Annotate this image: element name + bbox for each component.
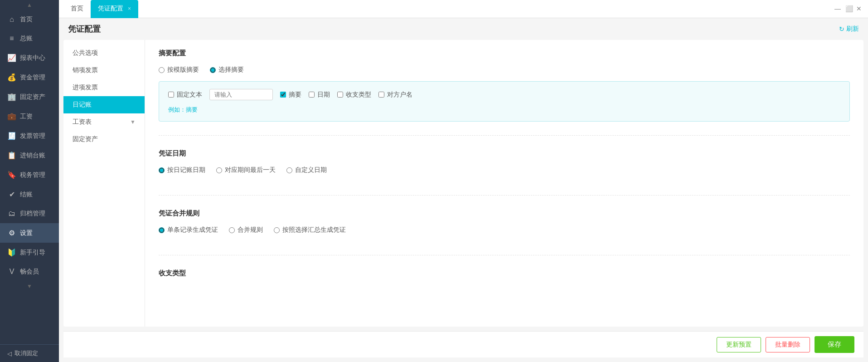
fixed-text-checkbox[interactable] bbox=[168, 92, 174, 98]
home-icon: ⌂ bbox=[7, 15, 16, 24]
sidebar-item-tax[interactable]: 🔖 税务管理 bbox=[0, 165, 59, 185]
left-nav-fixed-assets[interactable]: 固定资产 bbox=[63, 131, 145, 148]
sidebar-scroll-down[interactable]: ▼ bbox=[0, 281, 59, 291]
merge-option2-radio[interactable] bbox=[229, 227, 235, 233]
page-title: 凭证配置 bbox=[68, 24, 101, 34]
pin-icon: ◁ bbox=[7, 350, 12, 357]
tab-home[interactable]: 首页 bbox=[63, 0, 91, 18]
date-option1-label[interactable]: 按日记账日期 bbox=[159, 166, 205, 174]
sidebar-item-archive[interactable]: 🗂 归档管理 bbox=[0, 204, 59, 223]
batch-delete-button[interactable]: 批量删除 bbox=[766, 337, 810, 352]
left-nav-payroll[interactable]: 工资表 ▼ bbox=[63, 113, 145, 131]
date-option1-radio[interactable] bbox=[159, 167, 165, 173]
sidebar-item-funds[interactable]: 💰 资金管理 bbox=[0, 68, 59, 87]
left-nav-public[interactable]: 公共选项 bbox=[63, 44, 145, 62]
date-checkbox-label[interactable]: 日期 bbox=[309, 91, 330, 99]
content-area: 公共选项 销项发票 进项发票 日记账 工资表 ▼ 固定资产 摘要配置 bbox=[63, 40, 863, 327]
archive-icon: 🗂 bbox=[7, 210, 16, 218]
sidebar-item-label: 资金管理 bbox=[20, 73, 45, 82]
sidebar-item-label: 报表中心 bbox=[20, 54, 45, 62]
sidebar-item-label: 总账 bbox=[20, 34, 33, 43]
income-type-checkbox[interactable] bbox=[337, 92, 343, 98]
funds-icon: 💰 bbox=[7, 73, 16, 82]
date-option3-radio[interactable] bbox=[286, 167, 292, 173]
left-nav: 公共选项 销项发票 进项发票 日记账 工资表 ▼ 固定资产 bbox=[63, 40, 145, 327]
refresh-button[interactable]: ↻ 刷新 bbox=[839, 25, 859, 33]
date-option2-text: 对应期间最后一天 bbox=[225, 166, 276, 174]
merge-option1-label[interactable]: 单条记录生成凭证 bbox=[159, 226, 218, 234]
minimize-icon[interactable]: — bbox=[834, 5, 842, 13]
save-button[interactable]: 保存 bbox=[815, 336, 854, 353]
ledger-icon: ≡ bbox=[7, 34, 16, 43]
merge-option2-text: 合并规则 bbox=[238, 226, 263, 234]
summary-box: 固定文本 摘要 日期 收支类型 bbox=[159, 81, 850, 122]
merge-option1-radio[interactable] bbox=[159, 227, 165, 233]
sidebar-item-label: 进销台账 bbox=[20, 152, 45, 160]
date-checkbox[interactable] bbox=[309, 92, 315, 98]
merge-option3-label[interactable]: 按照选择汇总生成凭证 bbox=[274, 226, 346, 234]
sidebar-item-settings[interactable]: ⚙ 设置 bbox=[0, 223, 59, 243]
counterparty-checkbox-label[interactable]: 对方户名 bbox=[378, 91, 412, 99]
date-option2-label[interactable]: 对应期间最后一天 bbox=[216, 166, 276, 174]
sidebar-item-ledger[interactable]: ≡ 总账 bbox=[0, 29, 59, 48]
sidebar-item-guide[interactable]: 🔰 新手引导 bbox=[0, 243, 59, 262]
merge-option3-radio[interactable] bbox=[274, 227, 280, 233]
unpin-button[interactable]: ◁ 取消固定 bbox=[0, 344, 59, 362]
tab-close-icon[interactable]: × bbox=[128, 5, 131, 12]
sidebar-item-vip[interactable]: V 畅会员 bbox=[0, 262, 59, 281]
counterparty-checkbox[interactable] bbox=[378, 92, 384, 98]
summary-config-section: 摘要配置 按模版摘要 选择摘要 固定文本 bbox=[159, 49, 850, 136]
sidebar-scroll-up[interactable]: ▲ bbox=[0, 0, 59, 10]
guide-icon: 🔰 bbox=[7, 248, 16, 257]
left-nav-public-label: 公共选项 bbox=[73, 49, 98, 57]
left-nav-payroll-label: 工资表 bbox=[73, 118, 92, 126]
summary-checkbox[interactable] bbox=[280, 92, 286, 98]
reports-icon: 📈 bbox=[7, 54, 16, 62]
sidebar-item-salary[interactable]: 💼 工资 bbox=[0, 107, 59, 126]
date-option3-text: 自定义日期 bbox=[295, 166, 327, 174]
refresh-icon: ↻ bbox=[839, 25, 844, 33]
summary-option1-radio[interactable] bbox=[159, 67, 165, 73]
sidebar: ▲ ⌂ 首页 ≡ 总账 📈 报表中心 💰 资金管理 🏢 固定资产 💼 工资 🧾 … bbox=[0, 0, 59, 362]
sidebar-item-label: 畅会员 bbox=[20, 268, 39, 276]
vip-icon: V bbox=[7, 268, 16, 276]
merge-rules-options: 单条记录生成凭证 合并规则 按照选择汇总生成凭证 bbox=[159, 226, 850, 234]
settings-icon: ⚙ bbox=[7, 229, 16, 237]
summary-option2-radio[interactable] bbox=[210, 67, 216, 73]
sidebar-item-checkout[interactable]: ✔ 结账 bbox=[0, 185, 59, 204]
tab-home-label: 首页 bbox=[71, 5, 83, 13]
sidebar-item-assets[interactable]: 🏢 固定资产 bbox=[0, 87, 59, 107]
summary-text-input[interactable] bbox=[209, 89, 273, 100]
merge-option2-label[interactable]: 合并规则 bbox=[229, 226, 263, 234]
unpin-label: 取消固定 bbox=[15, 349, 38, 357]
update-preview-button[interactable]: 更新预置 bbox=[717, 337, 761, 352]
summary-option2-text: 选择摘要 bbox=[218, 66, 244, 74]
left-nav-purchase-invoice[interactable]: 进项发票 bbox=[63, 79, 145, 96]
summary-option2-label[interactable]: 选择摘要 bbox=[210, 66, 244, 74]
sidebar-item-reports[interactable]: 📈 报表中心 bbox=[0, 48, 59, 68]
sidebar-item-invoice[interactable]: 🧾 发票管理 bbox=[0, 126, 59, 146]
date-option3-label[interactable]: 自定义日期 bbox=[286, 166, 327, 174]
sidebar-item-home[interactable]: ⌂ 首页 bbox=[0, 10, 59, 29]
date-option2-radio[interactable] bbox=[216, 167, 222, 173]
right-content: 摘要配置 按模版摘要 选择摘要 固定文本 bbox=[145, 40, 863, 327]
sidebar-item-label: 设置 bbox=[20, 229, 33, 237]
restore-icon[interactable]: ⬜ bbox=[845, 5, 853, 13]
summary-config-title: 摘要配置 bbox=[159, 49, 850, 58]
tab-voucher-config[interactable]: 凭证配置 × bbox=[91, 0, 138, 18]
window-controls: — ⬜ ✕ bbox=[834, 5, 863, 13]
income-type-checkbox-label[interactable]: 收支类型 bbox=[337, 91, 371, 99]
left-nav-purchase-invoice-label: 进项发票 bbox=[73, 83, 98, 92]
expand-icon: ▼ bbox=[130, 119, 136, 125]
example-value: 摘要 bbox=[186, 106, 198, 113]
summary-checkbox-label[interactable]: 摘要 bbox=[280, 91, 301, 99]
sidebar-item-trade[interactable]: 📋 进销台账 bbox=[0, 146, 59, 165]
fixed-text-checkbox-label[interactable]: 固定文本 bbox=[168, 91, 202, 99]
close-icon[interactable]: ✕ bbox=[856, 5, 863, 13]
left-nav-journal[interactable]: 日记账 bbox=[63, 96, 145, 113]
summary-option1-label[interactable]: 按模版摘要 bbox=[159, 66, 199, 74]
left-nav-fixed-assets-label: 固定资产 bbox=[73, 135, 98, 143]
summary-example: 例如：摘要 bbox=[168, 106, 840, 114]
left-nav-sales-invoice[interactable]: 销项发票 bbox=[63, 62, 145, 79]
merge-option1-text: 单条记录生成凭证 bbox=[167, 226, 218, 234]
